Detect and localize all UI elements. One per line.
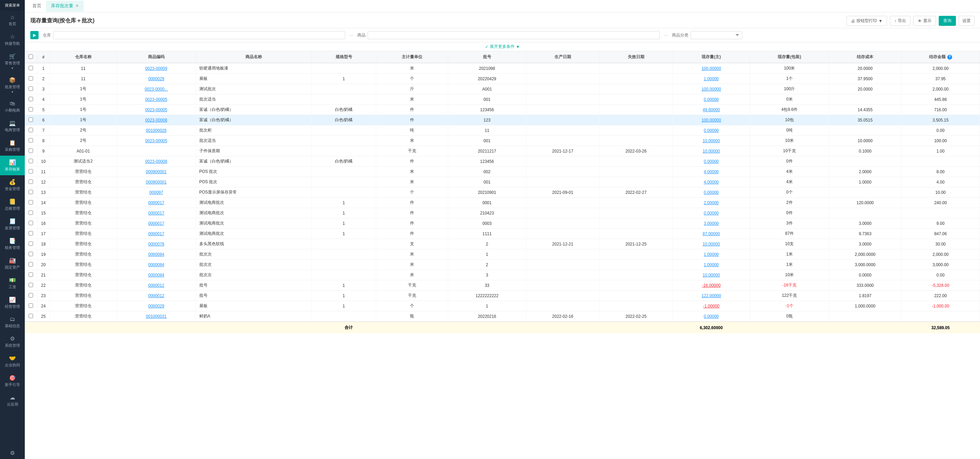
row-goods-code[interactable]: 0000084 — [117, 270, 196, 280]
sidebar-item-fixed-assets[interactable]: 🏭 固定资产 — [0, 254, 25, 273]
row-checkbox-cell[interactable] — [25, 249, 37, 260]
settings-button[interactable]: 设置 — [959, 16, 975, 26]
row-checkbox-cell[interactable] — [25, 156, 37, 167]
row-goods-code[interactable]: 0000017 — [117, 198, 196, 208]
sidebar-item-basic-info[interactable]: 🗂 基础信息 — [0, 312, 25, 332]
row-current-qty[interactable]: 0.00000 — [673, 125, 750, 135]
category-select[interactable] — [690, 31, 742, 39]
row-goods-code[interactable]: 0023-00008 — [117, 156, 196, 167]
row-checkbox[interactable] — [29, 179, 33, 184]
row-checkbox[interactable] — [29, 86, 33, 91]
sidebar-item-invoice[interactable]: 🧾 发票管理 — [0, 215, 25, 234]
row-goods-code[interactable]: 0000084 — [117, 260, 196, 270]
select-all-checkbox[interactable] — [29, 54, 33, 59]
sidebar-settings-btn[interactable]: ⚙ — [0, 447, 25, 459]
row-current-qty[interactable]: 87.00000 — [673, 229, 750, 239]
row-checkbox-cell[interactable] — [25, 146, 37, 156]
row-goods-code[interactable]: 0023-0000... — [117, 84, 196, 94]
row-checkbox-cell[interactable] — [25, 198, 37, 208]
row-current-qty[interactable]: 100.00000 — [673, 63, 750, 74]
row-checkbox-cell[interactable] — [25, 301, 37, 311]
row-current-qty[interactable]: 100.00000 — [673, 115, 750, 125]
row-checkbox-cell[interactable] — [25, 167, 37, 177]
sidebar-item-ecom[interactable]: 💻 电商管理 — [0, 116, 25, 136]
row-current-qty[interactable]: 10.00000 — [673, 146, 750, 156]
row-checkbox[interactable] — [29, 159, 33, 163]
row-goods-code[interactable]: 000097 — [117, 187, 196, 198]
row-goods-code[interactable]: 0000017 — [117, 229, 196, 239]
row-goods-code[interactable]: 0000017 — [117, 208, 196, 218]
row-checkbox-cell[interactable] — [25, 208, 37, 218]
row-goods-code[interactable]: 0000017 — [117, 218, 196, 229]
row-checkbox-cell[interactable] — [25, 311, 37, 322]
row-checkbox[interactable] — [29, 241, 33, 246]
row-checkbox-cell[interactable] — [25, 84, 37, 94]
row-current-qty[interactable]: -16.00000 — [673, 280, 750, 291]
row-checkbox-cell[interactable] — [25, 125, 37, 135]
row-checkbox[interactable] — [29, 76, 33, 81]
row-checkbox-cell[interactable] — [25, 260, 37, 270]
row-current-qty[interactable]: 3.00000 — [673, 218, 750, 229]
row-goods-code[interactable]: 001000026 — [117, 125, 196, 135]
row-checkbox[interactable] — [29, 210, 33, 215]
row-checkbox-cell[interactable] — [25, 280, 37, 291]
sidebar-item-general[interactable]: 📒 总账管理 — [0, 195, 25, 215]
show-button[interactable]: 👁 显示 — [913, 16, 936, 26]
sidebar-item-home[interactable]: ⌂ 首页 — [0, 11, 25, 30]
sidebar-item-finance[interactable]: 💰 资金管理 — [0, 175, 25, 195]
row-current-qty[interactable]: 0.00000 — [673, 156, 750, 167]
row-checkbox[interactable] — [29, 66, 33, 70]
filter-expand-button[interactable]: ▶ — [30, 31, 38, 39]
row-checkbox-cell[interactable] — [25, 239, 37, 249]
expand-more-bar[interactable]: ✓ 展开更多条件 ▼ — [25, 42, 980, 51]
sidebar-item-new-guide[interactable]: 🎯 新手引导 — [0, 371, 25, 391]
row-goods-code[interactable]: 000900001 — [117, 177, 196, 187]
sidebar-item-retail[interactable]: 🛒 零售管理 ▼ — [0, 49, 25, 73]
row-current-qty[interactable]: 0.00000 — [673, 187, 750, 198]
row-checkbox[interactable] — [29, 293, 33, 298]
goods-input[interactable] — [368, 31, 660, 39]
row-checkbox-cell[interactable] — [25, 135, 37, 146]
row-checkbox[interactable] — [29, 148, 33, 153]
row-current-qty[interactable]: 10.00000 — [673, 270, 750, 280]
row-goods-code[interactable] — [117, 146, 196, 156]
row-checkbox[interactable] — [29, 252, 33, 256]
row-checkbox[interactable] — [29, 283, 33, 287]
row-current-qty[interactable]: 4.00000 — [673, 177, 750, 187]
row-checkbox-cell[interactable] — [25, 218, 37, 229]
row-current-qty[interactable]: 122.00000 — [673, 291, 750, 301]
row-checkbox[interactable] — [29, 190, 33, 194]
row-current-qty[interactable]: 10.00000 — [673, 135, 750, 146]
row-current-qty[interactable]: 100.00000 — [673, 84, 750, 94]
print-button[interactable]: 🖨 按钮型打印 ▼ — [846, 16, 887, 26]
row-goods-code[interactable]: 0000012 — [117, 291, 196, 301]
query-button[interactable]: 查询 — [939, 16, 956, 26]
row-goods-code[interactable]: 000900001 — [117, 167, 196, 177]
row-checkbox-cell[interactable] — [25, 94, 37, 105]
row-goods-code[interactable]: 0000084 — [117, 249, 196, 260]
row-checkbox[interactable] — [29, 138, 33, 143]
row-checkbox[interactable] — [29, 231, 33, 236]
row-checkbox-cell[interactable] — [25, 187, 37, 198]
sidebar-item-sys[interactable]: ⚙ 系统管理 — [0, 332, 25, 352]
sidebar-logo[interactable]: 搜索菜单 — [0, 0, 25, 11]
row-goods-code[interactable]: 0000029 — [117, 301, 196, 311]
sidebar-item-small-ecom[interactable]: 🛍 小鹅电商 — [0, 97, 25, 116]
sidebar-item-quick-nav[interactable]: ☆ 快捷导航 — [0, 30, 25, 49]
row-goods-code[interactable]: 0023-00005 — [117, 105, 196, 115]
sidebar-item-cloud[interactable]: ☁ 云应用 — [0, 391, 25, 410]
row-current-qty[interactable]: 4.00000 — [673, 167, 750, 177]
row-current-qty[interactable]: 0.00000 — [673, 208, 750, 218]
row-current-qty[interactable]: 0.00000 — [673, 94, 750, 105]
export-button[interactable]: ↑ 导出 — [890, 16, 910, 26]
row-checkbox-cell[interactable] — [25, 63, 37, 74]
sidebar-item-tax[interactable]: 📑 税务管理 — [0, 234, 25, 254]
row-checkbox-cell[interactable] — [25, 177, 37, 187]
row-goods-code[interactable]: 001000031 — [117, 311, 196, 322]
row-checkbox[interactable] — [29, 128, 33, 132]
row-goods-code[interactable]: 0023-00008 — [117, 115, 196, 125]
warehouse-input[interactable] — [53, 31, 345, 39]
row-current-qty[interactable]: 49.60000 — [673, 105, 750, 115]
row-checkbox-cell[interactable] — [25, 115, 37, 125]
row-checkbox[interactable] — [29, 303, 33, 308]
